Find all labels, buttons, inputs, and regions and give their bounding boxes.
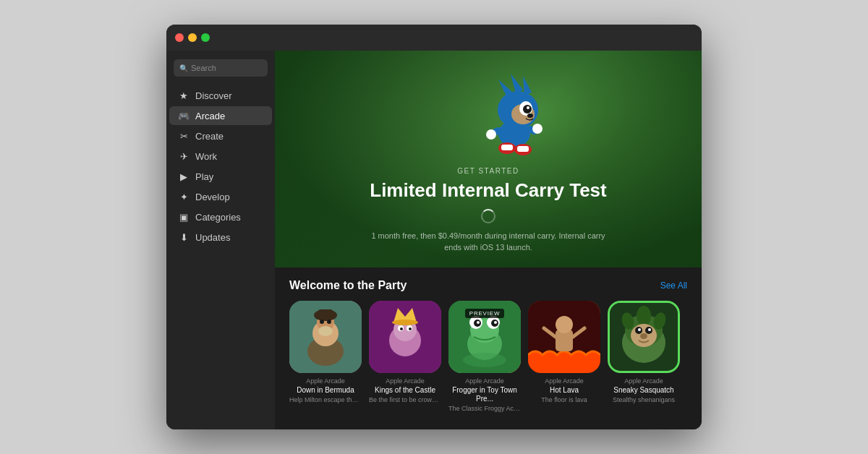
game-desc-4: Stealthy shenanigans xyxy=(608,396,680,405)
maximize-button[interactable] xyxy=(201,33,210,42)
sidebar-item-updates[interactable]: ⬇ Updates xyxy=(169,228,272,247)
sidebar: 🔍 Search ★ Discover 🎮 Arcade ✂ Create ✈ … xyxy=(166,51,275,429)
game-card-1[interactable]: Apple Arcade Kings of the Castle Be the … xyxy=(369,301,441,414)
sidebar-item-arcade[interactable]: 🎮 Arcade xyxy=(169,106,272,125)
develop-icon: ✦ xyxy=(178,191,190,202)
svg-point-24 xyxy=(320,320,324,324)
sidebar-item-develop[interactable]: ✦ Develop xyxy=(169,187,272,206)
get-started-label: GET STARTED xyxy=(362,167,615,175)
app-body: 🔍 Search ★ Discover 🎮 Arcade ✂ Create ✈ … xyxy=(166,51,702,429)
sidebar-item-label: Updates xyxy=(195,232,230,243)
svg-point-61 xyxy=(638,328,641,331)
games-row: Apple Arcade Down in Bermuda Help Milton… xyxy=(289,301,687,414)
game-thumb-1 xyxy=(369,301,441,373)
game-card-0[interactable]: Apple Arcade Down in Bermuda Help Milton… xyxy=(289,301,362,414)
svg-point-45 xyxy=(463,353,506,367)
game-publisher-0: Apple Arcade xyxy=(289,377,362,385)
game-publisher-4: Apple Arcade xyxy=(608,377,680,385)
game-name-4: Sneaky Sasquatch xyxy=(608,386,680,395)
discover-icon: ★ xyxy=(178,90,190,101)
game-name-0: Down in Bermuda xyxy=(289,386,362,395)
search-icon: 🔍 xyxy=(179,64,188,72)
sidebar-item-label: Discover xyxy=(195,90,232,101)
sidebar-item-label: Work xyxy=(195,151,217,162)
battle-section: Get Ready for Battle See All xyxy=(275,425,702,429)
game-art-0 xyxy=(289,301,362,373)
svg-point-34 xyxy=(400,327,403,330)
categories-icon: ▣ xyxy=(178,211,190,223)
game-publisher-3: Apple Arcade xyxy=(528,377,600,385)
sidebar-item-label: Arcade xyxy=(195,111,225,121)
loading-spinner xyxy=(481,209,495,223)
svg-point-26 xyxy=(318,326,333,336)
welcome-section: Welcome to the Party See All xyxy=(275,267,702,425)
game-card-2[interactable]: PREVIEW xyxy=(448,301,521,414)
game-art-4 xyxy=(610,303,678,371)
game-name-2: Frogger in Toy Town Pre... xyxy=(448,386,521,403)
svg-rect-23 xyxy=(318,309,333,317)
arcade-icon: 🎮 xyxy=(178,110,190,121)
sidebar-item-work[interactable]: ✈ Work xyxy=(169,147,272,166)
game-name-1: Kings of the Castle xyxy=(369,386,441,395)
main-content[interactable]: GET STARTED Limited Internal Carry Test … xyxy=(275,51,702,429)
play-icon: ▶ xyxy=(178,171,190,182)
search-input[interactable]: Search xyxy=(191,64,216,72)
sidebar-item-discover[interactable]: ★ Discover xyxy=(169,86,272,105)
game-thumb-2: PREVIEW xyxy=(448,301,521,373)
svg-point-35 xyxy=(409,327,412,330)
svg-point-62 xyxy=(648,328,651,331)
hero-character xyxy=(471,65,558,166)
game-desc-1: Be the first to be crowned. xyxy=(369,396,441,405)
game-thumb-4 xyxy=(608,301,680,373)
svg-point-7 xyxy=(523,105,532,113)
game-desc-3: The floor is lava xyxy=(528,396,600,405)
svg-point-49 xyxy=(556,316,573,333)
svg-point-25 xyxy=(327,320,331,324)
search-bar[interactable]: 🔍 Search xyxy=(174,59,268,77)
game-thumb-3 xyxy=(528,301,600,373)
sidebar-item-label: Play xyxy=(195,171,213,182)
work-icon: ✈ xyxy=(178,150,190,162)
section-header: Welcome to the Party See All xyxy=(289,279,687,292)
sidebar-item-create[interactable]: ✂ Create xyxy=(169,127,272,145)
hero-content: GET STARTED Limited Internal Carry Test … xyxy=(362,167,615,253)
game-desc-2: The Classic Froggy Action G... xyxy=(448,405,521,414)
svg-point-63 xyxy=(640,333,647,339)
app-window: 🔍 Search ★ Discover 🎮 Arcade ✂ Create ✈ … xyxy=(166,25,702,429)
minimize-button[interactable] xyxy=(188,33,197,42)
sidebar-item-categories[interactable]: ▣ Categories xyxy=(169,207,272,226)
updates-icon: ⬇ xyxy=(178,231,190,243)
svg-rect-16 xyxy=(501,145,513,150)
close-button[interactable] xyxy=(175,33,184,42)
game-art-3 xyxy=(528,301,600,373)
see-all-link[interactable]: See All xyxy=(660,280,687,291)
game-thumb-0 xyxy=(289,301,362,373)
svg-marker-3 xyxy=(511,74,523,94)
svg-rect-17 xyxy=(517,146,529,152)
sidebar-item-play[interactable]: ▶ Play xyxy=(169,167,272,186)
sidebar-item-label: Develop xyxy=(195,192,230,202)
svg-point-15 xyxy=(532,124,542,134)
game-name-3: Hot Lava xyxy=(528,386,600,395)
game-card-3[interactable]: Apple Arcade Hot Lava The floor is lava xyxy=(528,301,600,414)
svg-point-31 xyxy=(392,320,418,325)
hero-subtitle: 1 month free, then $0.49/month during in… xyxy=(362,231,615,253)
svg-point-56 xyxy=(637,306,651,326)
sidebar-item-label: Categories xyxy=(195,212,241,223)
hero-banner: GET STARTED Limited Internal Carry Test … xyxy=(275,51,702,267)
game-publisher-2: Apple Arcade xyxy=(448,377,521,385)
title-bar xyxy=(166,25,702,51)
svg-point-14 xyxy=(486,129,496,140)
svg-point-43 xyxy=(477,321,480,324)
preview-text: PREVIEW xyxy=(465,309,505,318)
svg-point-44 xyxy=(494,321,497,324)
game-publisher-1: Apple Arcade xyxy=(369,377,441,385)
game-card-4[interactable]: Apple Arcade Sneaky Sasquatch Stealthy s… xyxy=(608,301,680,414)
create-icon: ✂ xyxy=(178,130,190,142)
svg-point-9 xyxy=(527,113,533,118)
preview-badge: PREVIEW xyxy=(448,305,521,318)
svg-rect-47 xyxy=(528,355,600,373)
hero-title: Limited Internal Carry Test xyxy=(362,179,615,202)
game-desc-0: Help Milton escape the Ber... xyxy=(289,396,362,405)
svg-marker-4 xyxy=(523,76,532,95)
